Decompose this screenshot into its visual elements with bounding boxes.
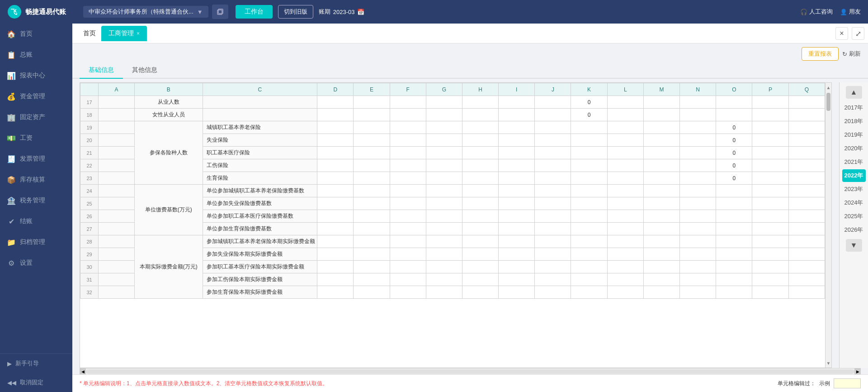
cell-empty[interactable] [643, 248, 679, 261]
cell-empty[interactable] [499, 159, 535, 172]
cell-empty[interactable] [462, 109, 498, 121]
cell-empty[interactable] [535, 96, 571, 109]
cell-K[interactable] [571, 172, 607, 185]
cell-O[interactable] [716, 197, 752, 210]
cell-A[interactable] [99, 185, 135, 197]
cell-K[interactable] [571, 159, 607, 172]
cell-O[interactable]: 0 [716, 172, 752, 185]
cell-empty[interactable] [607, 121, 643, 134]
cell-empty[interactable] [499, 109, 535, 121]
cell-empty[interactable] [680, 286, 716, 299]
cell-empty[interactable] [607, 109, 643, 121]
tab-bizmanage[interactable]: 工商管理 × [101, 26, 147, 41]
year-item[interactable]: 2023年 [842, 183, 866, 196]
cell-empty[interactable] [607, 197, 643, 210]
sidebar-item-invoices[interactable]: 🧾 发票管理 [0, 148, 72, 169]
cell-empty[interactable] [317, 197, 354, 210]
cell-empty[interactable] [535, 185, 571, 197]
consult-button[interactable]: 🎧 人工咨询 [800, 8, 833, 16]
cell-empty[interactable] [317, 210, 354, 223]
cell-empty[interactable] [462, 197, 498, 210]
cell-empty[interactable] [462, 286, 498, 299]
refresh-button[interactable]: ↻ 刷新 [842, 50, 861, 58]
cell-A[interactable] [99, 159, 135, 172]
cell-empty[interactable] [788, 134, 825, 147]
cell-K[interactable] [571, 121, 607, 134]
year-item[interactable]: 2020年 [842, 142, 866, 155]
cell-empty[interactable] [426, 147, 462, 159]
sidebar-item-tax[interactable]: 🏦 税务管理 [0, 190, 72, 211]
cell-empty[interactable] [317, 147, 354, 159]
cell-empty[interactable] [535, 197, 571, 210]
cell-K[interactable] [571, 223, 607, 235]
cell-empty[interactable] [499, 261, 535, 273]
cell-empty[interactable] [317, 248, 354, 261]
cell-empty[interactable] [317, 121, 354, 134]
table-row[interactable]: 17从业人数0 [80, 96, 825, 109]
cell-empty[interactable] [317, 223, 354, 235]
year-nav-down-btn[interactable]: ▼ [846, 239, 862, 252]
spreadsheet-main[interactable]: A B C D E F G H I J K L [80, 83, 825, 368]
cell-empty[interactable] [462, 147, 498, 159]
cell-empty[interactable] [607, 96, 643, 109]
cell-B[interactable]: 参保各险种人数 [135, 121, 203, 185]
cell-K[interactable] [571, 261, 607, 273]
cell-empty[interactable] [680, 197, 716, 210]
cell-empty[interactable] [643, 159, 679, 172]
sidebar-item-archive[interactable]: 📁 归档管理 [0, 232, 72, 253]
cell-empty[interactable] [788, 197, 825, 210]
cell-empty[interactable] [390, 248, 426, 261]
cell-C[interactable]: 参加城镇职工基本养老保险本期实际缴费金额 [203, 235, 317, 248]
cell-empty[interactable] [354, 134, 390, 147]
cell-empty[interactable] [317, 286, 354, 299]
cell-K[interactable] [571, 185, 607, 197]
cell-empty[interactable] [607, 185, 643, 197]
cell-empty[interactable] [390, 210, 426, 223]
cell-empty[interactable] [607, 210, 643, 223]
cell-O[interactable] [716, 235, 752, 248]
cell-empty[interactable] [354, 261, 390, 273]
cell-K[interactable] [571, 286, 607, 299]
cell-O[interactable]: 0 [716, 134, 752, 147]
cell-empty[interactable] [354, 223, 390, 235]
workspace-button[interactable]: 工作台 [236, 5, 273, 19]
year-item[interactable]: 2025年 [842, 210, 866, 223]
year-item[interactable]: 2018年 [842, 115, 866, 128]
cell-C[interactable] [203, 96, 317, 109]
cell-empty[interactable] [752, 273, 788, 286]
cell-A[interactable] [99, 96, 135, 109]
cell-A[interactable] [99, 121, 135, 134]
vertical-scrollbar[interactable]: ▲ ▼ [825, 83, 831, 368]
cell-empty[interactable] [390, 235, 426, 248]
cell-empty[interactable] [680, 210, 716, 223]
cell-O[interactable] [716, 109, 752, 121]
cell-O[interactable] [716, 273, 752, 286]
sidebar-item-assets[interactable]: 🏢 固定资产 [0, 107, 72, 128]
cell-empty[interactable] [788, 147, 825, 159]
cell-empty[interactable] [788, 172, 825, 185]
cell-empty[interactable] [354, 121, 390, 134]
cell-empty[interactable] [607, 248, 643, 261]
cell-empty[interactable] [317, 185, 354, 197]
cell-empty[interactable] [680, 248, 716, 261]
year-nav-up-btn[interactable]: ▲ [846, 86, 862, 99]
cell-empty[interactable] [643, 172, 679, 185]
cell-empty[interactable] [317, 261, 354, 273]
cell-empty[interactable] [426, 197, 462, 210]
cell-empty[interactable] [499, 197, 535, 210]
reset-report-button[interactable]: 重置报表 [802, 47, 839, 61]
cell-K[interactable] [571, 134, 607, 147]
cell-empty[interactable] [354, 197, 390, 210]
cell-empty[interactable] [499, 210, 535, 223]
cell-empty[interactable] [680, 185, 716, 197]
cell-empty[interactable] [752, 235, 788, 248]
cell-empty[interactable] [643, 121, 679, 134]
switch-version-button[interactable]: 切到旧版 [278, 5, 313, 19]
cell-K[interactable] [571, 197, 607, 210]
cell-empty[interactable] [499, 147, 535, 159]
cell-empty[interactable] [462, 121, 498, 134]
cell-A[interactable] [99, 172, 135, 185]
scroll-up-btn[interactable]: ▲ [826, 83, 831, 92]
cell-K[interactable] [571, 235, 607, 248]
cell-empty[interactable] [462, 235, 498, 248]
